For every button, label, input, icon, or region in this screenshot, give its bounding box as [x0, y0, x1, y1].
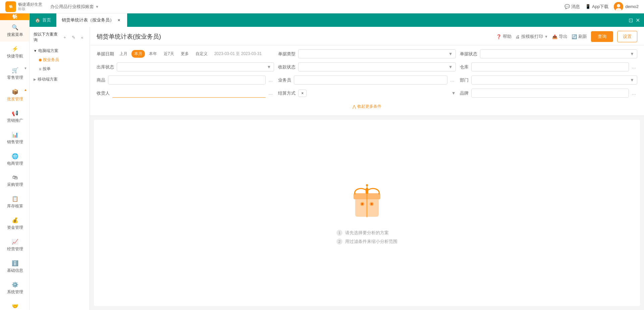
app-download-action[interactable]: 📱 App下载: [585, 4, 608, 10]
warehouse-dots[interactable]: …: [630, 64, 637, 69]
close-window-button[interactable]: ✕: [636, 17, 640, 23]
sidebar-item-marketing[interactable]: 📢 营销推广: [0, 106, 29, 127]
svg-point-1: [617, 4, 620, 7]
sidebar-item-basic[interactable]: ℹ️ 基础信息: [0, 256, 29, 277]
product-dots[interactable]: …: [267, 78, 274, 83]
help-action[interactable]: ❓ 帮助: [496, 34, 512, 40]
page-title: 销货单统计表(按业务员): [97, 33, 161, 41]
empty-hint-1: 1 请先选择要分析的方案: [336, 230, 397, 236]
tree-item-desktop[interactable]: ▼ 电脑端方案: [32, 46, 87, 55]
sidebar-item-purchase[interactable]: 🛍 采购管理: [0, 170, 29, 192]
svg-rect-6: [366, 188, 368, 194]
sidebar-item-retail[interactable]: 🛒 零售管理 ▼: [0, 63, 29, 85]
app-icon: 📱: [585, 4, 591, 9]
date-tabs: 上月 本月 本年 近7天 更多 自定义: [117, 50, 210, 58]
print-icon: 🖨: [516, 34, 520, 39]
payment-label: 收款状态: [278, 64, 296, 70]
settlement-label: 结算方式: [278, 90, 296, 96]
user-area[interactable]: demo2: [614, 2, 639, 11]
refresh-action[interactable]: 🔄 刷新: [572, 34, 587, 40]
operations-icon: 📈: [12, 239, 18, 245]
brand-input[interactable]: [471, 89, 629, 98]
sidebar: 畅 🔍 搜索菜单 ⚡ 快捷导航 🛒 零售管理 ▼ 📦 批发管理 ▲: [0, 13, 30, 310]
sidebar-item-ecommerce[interactable]: 🌐 电商管理: [0, 149, 29, 170]
sidebar-item-wholesale[interactable]: 📦 批发管理 ▲: [0, 85, 29, 106]
receiver-input[interactable]: [112, 89, 266, 98]
search-icon: 🔍: [12, 24, 18, 31]
tab-sales-stat[interactable]: 销货单统计表（按业务员） ✕: [56, 13, 127, 27]
svg-rect-5: [366, 193, 368, 217]
order-icon: ≡: [39, 67, 41, 71]
doc-status-select[interactable]: ▼: [480, 49, 637, 58]
dept-select[interactable]: ▼: [471, 75, 637, 85]
collapse-icon: ⋀: [353, 104, 356, 109]
export-action[interactable]: 📤 导出: [552, 34, 568, 40]
edit-scheme-button[interactable]: ✎: [70, 34, 77, 41]
tree-item-by-order[interactable]: ≡ 按单: [32, 64, 87, 73]
sidebar-item-inventory[interactable]: 📋 库存核算: [0, 192, 29, 213]
brand-dots[interactable]: …: [630, 91, 637, 96]
sidebar-logo: 畅: [0, 13, 29, 20]
tree-item-mobile[interactable]: ▶ 移动端方案: [32, 75, 87, 84]
settlement-arrow[interactable]: ▼: [451, 91, 456, 96]
doc-type-label: 单据类型: [278, 51, 296, 57]
date-tab-more[interactable]: 更多: [178, 50, 192, 58]
salesperson-input[interactable]: [294, 75, 447, 85]
print-action[interactable]: 🖨 按模板打印 ▼: [516, 34, 548, 40]
date-tab-this-year[interactable]: 本年: [146, 50, 160, 58]
query-button[interactable]: 查询: [591, 31, 613, 42]
refresh-icon: 🔄: [572, 34, 577, 39]
product-input[interactable]: [108, 75, 266, 85]
collapse-filters-button[interactable]: ⋀ 收起更多条件: [97, 102, 637, 111]
empty-state-illustration: [350, 183, 384, 220]
purchase-icon: 🛍: [12, 174, 18, 180]
warehouse-input[interactable]: [471, 62, 629, 71]
brand-label: 品牌: [460, 90, 469, 96]
sidebar-item-search[interactable]: 🔍 搜索菜单: [0, 20, 29, 42]
sidebar-item-quick-nav[interactable]: ⚡ 快捷导航: [0, 42, 29, 63]
tab-close-button[interactable]: ✕: [116, 17, 122, 23]
corp-icon: 🤝: [12, 303, 18, 309]
restore-window-button[interactable]: ⊡: [629, 17, 633, 23]
date-tab-this-month[interactable]: 本月: [131, 50, 145, 58]
logo-area: 畅 畅捷通好生意 标版: [5, 1, 42, 12]
quick-nav-icon: ⚡: [12, 46, 18, 52]
salesperson-dots[interactable]: …: [449, 78, 456, 83]
date-tab-custom[interactable]: 自定义: [193, 50, 210, 58]
product-label: 商品: [97, 77, 105, 83]
sidebar-item-system[interactable]: ⚙️ 系统管理: [0, 277, 29, 299]
settings-button[interactable]: 设置: [617, 31, 637, 42]
add-scheme-button[interactable]: +: [61, 34, 68, 41]
message-action[interactable]: 💬 消息: [565, 4, 580, 10]
payment-arrow: ▼: [448, 64, 453, 69]
print-dropdown-icon[interactable]: ▼: [544, 35, 548, 39]
doc-type-select[interactable]: ▼: [298, 49, 455, 58]
outbound-select[interactable]: ▼: [117, 62, 274, 71]
empty-hint-2: 2 用过滤条件来缩小分析范围: [336, 239, 397, 245]
date-tab-last-month[interactable]: 上月: [117, 50, 130, 58]
left-panel-title: 按以下方案查询: [34, 32, 61, 43]
filter-area: 单据日期 上月 本月 本年 近7天 更多: [90, 45, 644, 116]
logo-text: 畅捷通好生意 标版: [18, 2, 42, 11]
left-panel: 按以下方案查询 + ✎ « ▼ 电脑端方案: [30, 27, 90, 310]
scheme-tree: ▼ 电脑端方案 按业务员 ≡ 按单: [32, 46, 87, 84]
user-avatar: [614, 2, 623, 11]
sidebar-item-corp[interactable]: 🤝 企业协同: [0, 299, 29, 310]
svg-point-12: [366, 184, 368, 186]
inventory-icon: 📋: [12, 196, 18, 202]
collapse-panel-button[interactable]: «: [79, 34, 86, 41]
sidebar-item-sales[interactable]: 📊 销售管理: [0, 127, 29, 149]
date-tab-7days[interactable]: 近7天: [161, 50, 177, 58]
help-icon: ❓: [496, 34, 501, 39]
salesperson-label: 业务员: [278, 77, 291, 83]
sidebar-item-operations[interactable]: 📈 经营管理: [0, 235, 29, 256]
system-icon: ⚙️: [12, 281, 18, 288]
receiver-dots[interactable]: …: [267, 91, 274, 96]
tab-home[interactable]: 🏠 首页: [30, 13, 56, 27]
industry-selector[interactable]: 办公用品行业模拟账套: [50, 4, 94, 10]
payment-select[interactable]: ▼: [298, 62, 455, 71]
main-content: 销货单统计表(按业务员) ❓ 帮助 🖨 按模板打印 ▼: [90, 27, 644, 310]
sidebar-item-finance[interactable]: 💰 资金管理: [0, 213, 29, 235]
tree-item-by-salesperson[interactable]: 按业务员: [32, 55, 87, 64]
industry-dropdown-icon[interactable]: ▼: [95, 5, 99, 9]
